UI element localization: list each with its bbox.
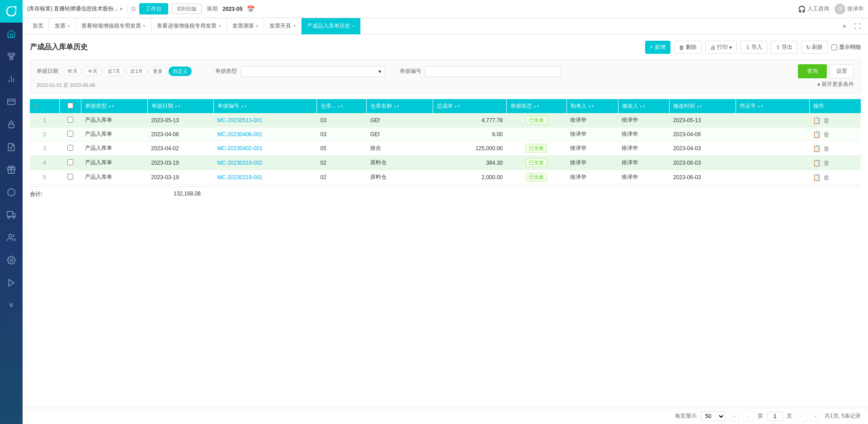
query-button[interactable]: 查询	[798, 64, 827, 78]
row-edit-icon[interactable]: 📋	[813, 117, 821, 124]
tab-open[interactable]: 发票开具 ×	[264, 18, 302, 34]
page-number-input[interactable]	[767, 412, 783, 421]
filter-type-select[interactable]: ▾	[241, 66, 385, 77]
sidebar-item-settings[interactable]	[0, 249, 23, 272]
filter-code-input[interactable]	[425, 66, 561, 77]
row-checkbox[interactable]	[67, 117, 73, 123]
workbench-button[interactable]: 工作台	[139, 3, 168, 14]
filter-more[interactable]: 更多	[149, 67, 167, 76]
tab-calc-close[interactable]: ×	[256, 24, 259, 29]
sidebar-item-vip[interactable]: V	[0, 294, 23, 317]
th-status[interactable]: 单据状态 ▲▼	[506, 99, 566, 113]
th-voucher[interactable]: 凭证号 ▲▼	[736, 99, 809, 113]
new-button[interactable]: + 新增	[645, 41, 670, 54]
th-modifier[interactable]: 修改人 ▲▼	[618, 99, 670, 113]
first-page-button[interactable]: «	[729, 411, 740, 422]
row-checkbox[interactable]	[67, 145, 73, 151]
th-creator[interactable]: 制单人 ▲▼	[566, 99, 618, 113]
tab-sales-vat[interactable]: 查看销项增值税专用发票 ×	[76, 18, 151, 34]
row-edit-icon[interactable]: 📋	[813, 145, 821, 152]
row-edit-icon[interactable]: 📋	[813, 174, 821, 181]
row-checkbox-cell[interactable]	[59, 128, 81, 141]
th-settings[interactable]: ⚙	[30, 99, 59, 113]
row-code-link[interactable]: MC-20230513-001	[217, 117, 263, 124]
row-checkbox-cell[interactable]	[59, 113, 81, 128]
row-code-link[interactable]: MC-20230406-001	[217, 131, 263, 138]
tab-invoice-close[interactable]: ×	[67, 24, 70, 29]
sidebar-item-invoice[interactable]	[0, 158, 23, 181]
tab-expand-button[interactable]: ⛶	[852, 22, 863, 31]
refresh-button[interactable]: ↻ 刷新	[801, 41, 828, 54]
sidebar-item-people[interactable]	[0, 226, 23, 249]
last-page-button[interactable]: »	[810, 411, 821, 422]
tab-home[interactable]: 首页	[27, 18, 49, 34]
th-warehouse-id[interactable]: 仓库... ▲▼	[316, 99, 366, 113]
tab-calc[interactable]: 发票测算 ×	[227, 18, 264, 34]
filter-custom[interactable]: 自定义	[169, 67, 192, 76]
row-checkbox-cell[interactable]	[59, 170, 81, 185]
sidebar-item-media[interactable]	[0, 272, 23, 294]
show-detail-toggle[interactable]: 显示明细	[831, 43, 861, 51]
sidebar-item-inventory[interactable]	[0, 181, 23, 204]
tab-product-history[interactable]: 产成品入库单历史 ×	[302, 18, 361, 34]
th-modify-time[interactable]: 修改时间 ▲▼	[670, 99, 736, 113]
th-total-cost[interactable]: 总成本 ▲▼	[433, 99, 506, 113]
setting-button[interactable]: 设置	[830, 64, 854, 78]
help-button[interactable]: 🎧 人工咨询	[798, 5, 829, 13]
row-checkbox[interactable]	[67, 174, 73, 180]
th-checkbox[interactable]	[59, 99, 81, 113]
row-checkbox[interactable]	[67, 159, 73, 165]
calendar-icon[interactable]: 📅	[247, 5, 255, 13]
sidebar-item-document[interactable]	[0, 136, 23, 158]
sidebar-item-finance[interactable]	[0, 91, 23, 113]
row-checkbox[interactable]	[67, 131, 73, 137]
row-checkbox-cell[interactable]	[59, 156, 81, 170]
row-code-link[interactable]: MC-20230319-002	[217, 160, 263, 166]
sidebar-item-lock[interactable]	[0, 113, 23, 136]
company-name[interactable]: (库存核算) 直播轻绑通信息技术股份... ▾	[27, 5, 127, 13]
sidebar-item-org[interactable]	[0, 45, 23, 68]
user-profile[interactable]: 泽 徐泽华	[835, 4, 863, 14]
row-delete-icon[interactable]: 🗑	[823, 131, 830, 138]
row-code-link[interactable]: MC-20230319-001	[217, 174, 263, 181]
switch-version-button[interactable]: 切到旧版	[172, 4, 202, 14]
import-button[interactable]: ⇩ 导入	[741, 41, 767, 54]
tab-invoice[interactable]: 发票 ×	[49, 18, 76, 34]
row-edit-icon[interactable]: 📋	[813, 159, 821, 167]
tab-product-history-close[interactable]: ×	[352, 24, 355, 29]
delete-button[interactable]: 🗑 删除	[674, 41, 702, 54]
th-type[interactable]: 单据类型 ▲▼	[81, 99, 147, 113]
th-code[interactable]: 单据编号 ▲▼	[214, 99, 317, 113]
tab-purchase-vat-close[interactable]: ×	[218, 24, 221, 29]
filter-yesterday[interactable]: 昨天	[64, 67, 82, 76]
show-detail-checkbox[interactable]	[831, 44, 837, 50]
th-date[interactable]: 单据日期 ▲▼	[147, 99, 213, 113]
sidebar-item-purchase[interactable]	[0, 204, 23, 226]
th-warehouse-name[interactable]: 仓库名称 ▲▼	[367, 99, 433, 113]
row-delete-icon[interactable]: 🗑	[823, 159, 830, 167]
tab-purchase-vat[interactable]: 查看进项增值税专用发票 ×	[151, 18, 227, 34]
row-code[interactable]: MC-20230319-001	[214, 170, 317, 185]
row-edit-icon[interactable]: 📋	[813, 131, 821, 138]
row-code[interactable]: MC-20230513-001	[214, 113, 317, 128]
row-delete-icon[interactable]: 🗑	[823, 117, 830, 124]
expand-conditions-button[interactable]: ▾ 展开更多条件	[817, 81, 854, 88]
per-page-select[interactable]: 20 50 100	[700, 411, 725, 421]
sidebar-item-analysis[interactable]	[0, 68, 23, 91]
print-button[interactable]: 🖨 打印 ▾	[705, 41, 737, 54]
row-checkbox-cell[interactable]	[59, 141, 81, 156]
next-page-button[interactable]: ›	[796, 411, 807, 422]
filter-today[interactable]: 今天	[84, 67, 102, 76]
filter-1month[interactable]: 近1月	[126, 67, 147, 76]
tab-sales-vat-close[interactable]: ×	[143, 24, 146, 29]
row-code[interactable]: MC-20230402-001	[214, 141, 317, 156]
row-code[interactable]: MC-20230406-001	[214, 128, 317, 141]
select-all-checkbox[interactable]	[67, 103, 73, 109]
row-delete-icon[interactable]: 🗑	[823, 145, 830, 152]
tab-open-close[interactable]: ×	[293, 24, 296, 29]
prev-page-button[interactable]: ‹	[743, 411, 754, 422]
row-code[interactable]: MC-20230319-002	[214, 156, 317, 170]
filter-7days[interactable]: 近7天	[104, 67, 124, 76]
row-code-link[interactable]: MC-20230402-001	[217, 145, 263, 152]
export-button[interactable]: ⇧ 导出	[771, 41, 797, 54]
